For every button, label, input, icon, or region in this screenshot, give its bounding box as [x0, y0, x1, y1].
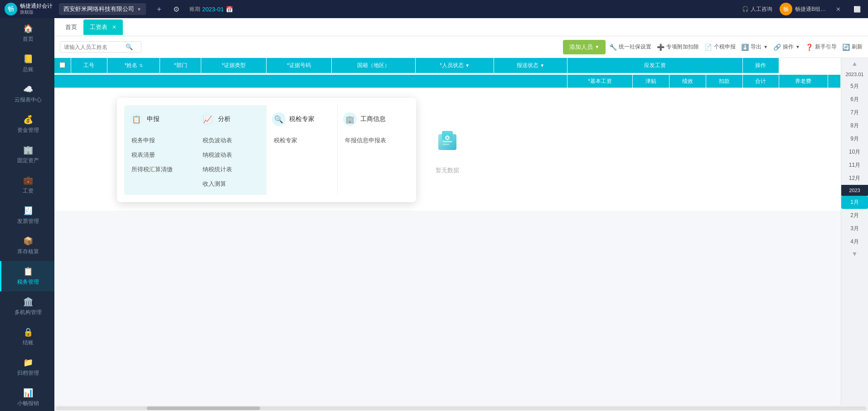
select-all-checkbox[interactable]	[54, 58, 71, 73]
refresh-label: 刷新	[852, 43, 863, 51]
sidebar-label-close: 结账	[23, 339, 34, 347]
menu-section-gongshang-header: 🏢 工商信息	[343, 109, 403, 130]
month-6[interactable]: 6月	[841, 93, 868, 106]
menu-item-tax-report[interactable]: 税务申报	[130, 133, 189, 148]
month-10[interactable]: 10月	[841, 145, 868, 159]
col-operation: 操作	[742, 58, 779, 73]
menu-item-tax-list[interactable]: 税表清册	[130, 148, 189, 162]
sidebar-item-tax[interactable]: 📋 税务管理	[0, 261, 54, 291]
filter-report-icon[interactable]: ▼	[540, 63, 544, 68]
sidebar-item-fund[interactable]: 💰 资金管理	[0, 109, 54, 140]
month-4[interactable]: 4月	[841, 235, 868, 248]
calendar-icon[interactable]: 📅	[226, 6, 233, 13]
menu-item-annual-report[interactable]: 年报信息申报表	[343, 133, 403, 148]
col-base-salary: *基本工资	[567, 74, 633, 88]
refresh-icon: 🔄	[842, 44, 850, 51]
month-2[interactable]: 2月	[841, 209, 868, 222]
sidebar-item-close[interactable]: 🔒 结账	[0, 322, 54, 352]
sidebar-item-ledger[interactable]: 📒 总账	[0, 48, 54, 79]
scrollbar-thumb[interactable]	[147, 406, 260, 410]
close-period-icon: 🔒	[23, 327, 33, 337]
tax-icon: 📋	[23, 266, 33, 276]
menu-item-tax-payment-fluctuation[interactable]: 纳税波动表	[201, 148, 261, 162]
checkbox-input[interactable]	[59, 62, 65, 68]
sidebar-item-archive[interactable]: 📁 归档管理	[0, 352, 54, 382]
menu-item-tax-fluctuation[interactable]: 税负波动表	[201, 133, 261, 148]
tax-report-button[interactable]: 📄 个税申报	[704, 43, 736, 51]
month-9[interactable]: 9月	[841, 132, 868, 145]
special-deduction-label: 专项附加扣除	[666, 43, 699, 51]
fund-icon: 💰	[23, 115, 33, 125]
period-label: 账期	[189, 5, 200, 13]
sidebar-label-multi-org: 多机构管理	[15, 309, 42, 316]
tab-payroll[interactable]: 工资表 ✕	[83, 19, 123, 35]
export-caret-icon: ▼	[763, 44, 768, 49]
col-name-label: *姓名	[125, 62, 139, 68]
social-security-button[interactable]: 🔧 统一社保设置	[609, 43, 651, 51]
user-button[interactable]: 畅 畅捷通B组…	[780, 3, 826, 15]
sidebar-item-cloud-report[interactable]: ☁️ 云报表中心	[0, 79, 54, 109]
gongshang-title: 工商信息	[360, 115, 386, 123]
search-input[interactable]	[64, 44, 123, 50]
col-total: 合计	[742, 74, 779, 88]
panel-down-arrow[interactable]: ▼	[850, 248, 860, 259]
sidebar-label-cloud: 云报表中心	[15, 96, 42, 104]
menu-item-tax-stats[interactable]: 纳税统计表	[201, 162, 261, 177]
col-id-type-label: *证据类型	[222, 62, 246, 68]
operation-button[interactable]: 🔗 操作 ▼	[773, 43, 800, 51]
logo-icon: 畅	[5, 3, 17, 15]
company-name: 西安虾米网络科技有限公司	[63, 5, 134, 13]
tab-home[interactable]: 首页	[59, 19, 83, 35]
menu-item-tax-expert[interactable]: 税检专家	[272, 133, 332, 148]
menu-section-shuijian-header: 🔍 税检专家	[272, 109, 332, 130]
close-window-button[interactable]: ✕	[833, 6, 844, 13]
sidebar-label-payroll: 工资	[23, 187, 34, 195]
app-version: 旗舰版	[20, 9, 53, 15]
new-guide-action-button[interactable]: ❓ 新手引导	[805, 43, 837, 51]
add-person-button[interactable]: 添加人员 ▼	[563, 40, 606, 54]
sidebar-label-tax: 税务管理	[17, 278, 39, 286]
sidebar-item-multi-org[interactable]: 🏛️ 多机构管理	[0, 291, 54, 322]
user-name: 畅捷通B组…	[795, 5, 826, 13]
menu-section-gongshang: 🏢 工商信息 年报信息申报表	[338, 105, 409, 195]
export-button[interactable]: ⬇️ 导出 ▼	[741, 43, 768, 51]
menu-item-income-tax-clear[interactable]: 所得税汇算清缴	[130, 162, 189, 177]
month-5[interactable]: 5月	[841, 80, 868, 93]
action-buttons: 🔧 统一社保设置 ➕ 专项附加扣除 📄 个税申报 ⬇️ 导出 ▼ 🔗	[609, 43, 863, 51]
month-3[interactable]: 3月	[841, 222, 868, 235]
sidebar-item-inventory[interactable]: 📦 库存核算	[0, 231, 54, 261]
col-id-label: 工号	[83, 62, 94, 68]
dropdown-menu: 📋 申报 税务申报 税表清册 所得税汇算清缴 📈 分析 税负波动表	[117, 98, 416, 202]
month-12[interactable]: 12月	[841, 172, 868, 185]
support-button[interactable]: 🎧 人工咨询	[742, 5, 772, 13]
col-name: *姓名 ⇅	[107, 58, 160, 73]
sidebar-item-payroll[interactable]: 💼 工资	[0, 170, 54, 200]
month-1[interactable]: 1月	[841, 196, 868, 209]
special-deduction-button[interactable]: ➕ 专项附加扣除	[657, 43, 699, 51]
sidebar-item-invoice[interactable]: 🧾 发票管理	[0, 200, 54, 231]
tab-close-icon[interactable]: ✕	[112, 24, 116, 30]
social-security-label: 统一社保设置	[619, 43, 651, 51]
sidebar-item-fixed-assets[interactable]: 🏢 固定资产	[0, 140, 54, 170]
search-box[interactable]: 🔍	[60, 41, 141, 53]
bottom-scrollbar[interactable]	[54, 406, 868, 411]
sort-icon[interactable]: ⇅	[139, 63, 143, 68]
company-selector[interactable]: 西安虾米网络科技有限公司 ▼	[59, 3, 146, 15]
col-department: *部门	[160, 58, 201, 73]
scrollbar-track[interactable]	[56, 406, 866, 410]
multi-org-icon: 🏛️	[23, 297, 33, 307]
month-11[interactable]: 11月	[841, 159, 868, 172]
refresh-button[interactable]: 🔄 刷新	[842, 43, 863, 51]
filter-status-icon[interactable]: ▼	[465, 63, 470, 68]
menu-item-income-estimate[interactable]: 收入测算	[201, 177, 261, 191]
add-company-button[interactable]: ＋	[153, 3, 165, 15]
panel-up-arrow[interactable]: ▲	[850, 58, 860, 69]
sidebar-item-xiaochang[interactable]: 📊 小畅报销	[0, 382, 54, 411]
month-7[interactable]: 7月	[841, 106, 868, 119]
month-8[interactable]: 8月	[841, 119, 868, 132]
fenxi-title: 分析	[218, 115, 231, 123]
sidebar-item-home[interactable]: 🏠 首页	[0, 18, 54, 48]
settings-icon[interactable]: ⚙	[170, 3, 182, 15]
restore-window-button[interactable]: ⬜	[851, 6, 863, 13]
shenbo-icon: 📋	[130, 112, 143, 126]
